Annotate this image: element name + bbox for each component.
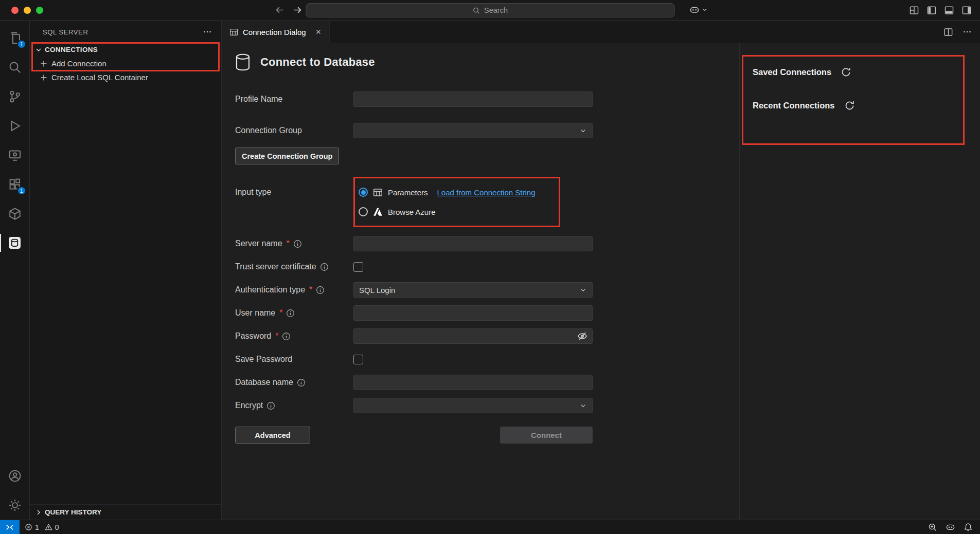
info-icon[interactable]: [316, 286, 325, 294]
sidebar-title: SQL SERVER: [43, 28, 88, 36]
server-name-input[interactable]: [353, 236, 593, 251]
tab-connection-dialog[interactable]: Connection Dialog: [222, 21, 330, 43]
page-title: Connect to Database: [260, 56, 375, 69]
create-connection-group-row: Create Connection Group: [235, 148, 739, 164]
advanced-button[interactable]: Advanced: [235, 427, 310, 444]
encrypt-row: Encrypt: [235, 397, 739, 414]
save-password-checkbox[interactable]: [353, 355, 363, 364]
activity-bar-remote-explorer[interactable]: [0, 140, 29, 170]
toggle-panel-icon[interactable]: [944, 5, 954, 15]
save-password-row: Save Password: [235, 351, 739, 367]
connection-group-select[interactable]: [353, 123, 593, 138]
toggle-secondary-sidebar-icon[interactable]: [961, 5, 972, 15]
create-local-sql-container-item[interactable]: Create Local SQL Container: [30, 70, 221, 84]
browse-azure-radio-row: Browse Azure: [353, 202, 593, 222]
status-bar: 1 0: [0, 520, 980, 534]
extensions-badge: 1: [17, 186, 26, 195]
warning-count: 0: [55, 523, 59, 531]
saved-connections-row: Saved Connections: [753, 64, 980, 80]
cube-icon: [8, 207, 22, 220]
load-from-connection-string-link[interactable]: Load from Connection String: [437, 188, 536, 197]
trust-server-certificate-row: Trust server certificate: [235, 259, 739, 275]
copilot-icon[interactable]: [946, 522, 955, 532]
password-row: Password *: [235, 328, 739, 344]
copilot-menu[interactable]: [689, 5, 708, 15]
user-name-input[interactable]: [353, 305, 593, 321]
profile-name-input[interactable]: [353, 91, 593, 107]
user-name-row: User name *: [235, 305, 739, 321]
close-tab-icon[interactable]: [315, 28, 322, 35]
minimize-window-button[interactable]: [24, 7, 31, 14]
query-history-section-header[interactable]: QUERY HISTORY: [30, 504, 221, 520]
connections-block: CONNECTIONS Add Connection: [30, 43, 221, 70]
refresh-icon[interactable]: [841, 67, 851, 78]
parameters-radio-row: Parameters Load from Connection String: [353, 182, 593, 202]
database-name-row: Database name: [235, 374, 739, 391]
activity-bar-search[interactable]: [0, 52, 29, 82]
info-icon[interactable]: [320, 263, 329, 271]
connect-button[interactable]: Connect: [500, 427, 593, 444]
refresh-icon[interactable]: [844, 100, 855, 111]
trust-server-certificate-checkbox[interactable]: [353, 262, 363, 272]
database-icon: [235, 53, 251, 71]
remote-indicator[interactable]: [0, 520, 20, 534]
activity-bar-explorer[interactable]: 1: [0, 23, 29, 52]
parameters-radio[interactable]: [359, 188, 368, 197]
editor-area: Connection Dialog: [222, 21, 980, 520]
split-editor-icon[interactable]: [943, 27, 953, 37]
connections-section-header[interactable]: CONNECTIONS: [30, 43, 221, 57]
browse-azure-radio[interactable]: [359, 207, 368, 216]
eye-slash-icon[interactable]: [577, 331, 587, 341]
explorer-badge: 1: [17, 40, 26, 49]
more-actions-icon[interactable]: [203, 27, 212, 36]
connection-group-row: Connection Group: [235, 122, 739, 139]
bell-icon[interactable]: [964, 523, 973, 532]
close-window-button[interactable]: [11, 7, 19, 14]
activity-bar-settings[interactable]: [0, 490, 29, 520]
info-icon[interactable]: [282, 332, 291, 341]
create-connection-group-button[interactable]: Create Connection Group: [235, 148, 339, 164]
profile-name-row: Profile Name: [235, 91, 739, 107]
navigate-forward-icon[interactable]: [293, 5, 302, 15]
plus-icon: [40, 73, 48, 82]
activity-bar-accounts[interactable]: [0, 461, 29, 490]
gear-icon: [8, 499, 22, 512]
info-icon[interactable]: [286, 309, 295, 318]
editor-more-actions-icon[interactable]: [963, 27, 972, 36]
chevron-down-icon: [579, 402, 587, 410]
zoom-in-icon[interactable]: [928, 523, 937, 532]
warning-icon: [45, 523, 52, 531]
tab-bar: Connection Dialog: [222, 21, 980, 43]
macos-traffic-lights: [11, 7, 43, 14]
database-name-input[interactable]: [353, 375, 593, 390]
password-input[interactable]: [353, 328, 593, 344]
search-placeholder: Search: [484, 6, 508, 14]
info-icon[interactable]: [293, 240, 302, 248]
activity-bar-run-debug[interactable]: [0, 111, 29, 140]
authentication-type-select[interactable]: SQL Login: [353, 282, 593, 298]
navigate-back-icon[interactable]: [275, 5, 284, 15]
chevron-down-icon: [579, 127, 587, 135]
chevron-down-icon: [34, 46, 43, 54]
info-icon[interactable]: [266, 401, 275, 410]
activity-bar-sql-server[interactable]: [0, 228, 29, 257]
encrypt-select[interactable]: [353, 398, 593, 413]
activity-bar-containers[interactable]: [0, 199, 29, 228]
activity-bar-source-control[interactable]: [0, 82, 29, 111]
input-type-row: Input type Parameters Load from Connecti…: [235, 182, 739, 222]
info-icon[interactable]: [297, 378, 306, 387]
problems-status[interactable]: 1 0: [25, 523, 62, 531]
toggle-primary-sidebar-icon[interactable]: [926, 5, 937, 15]
run-debug-icon: [8, 119, 22, 133]
primary-sidebar: SQL SERVER CONNECTIONS Add Connection: [30, 21, 222, 520]
connection-dialog-webview: Connect to Database Profile Name Connect…: [222, 43, 980, 520]
remote-explorer-icon: [8, 149, 22, 162]
maximize-window-button[interactable]: [36, 7, 43, 14]
connection-dialog-tab-icon: [229, 28, 238, 36]
source-control-branch-icon: [8, 90, 22, 103]
activity-bar-extensions[interactable]: 1: [0, 170, 29, 199]
account-icon: [8, 469, 22, 483]
customize-layout-icon[interactable]: [909, 5, 919, 15]
command-center-search[interactable]: Search: [306, 3, 674, 17]
add-connection-item[interactable]: Add Connection: [30, 57, 221, 70]
